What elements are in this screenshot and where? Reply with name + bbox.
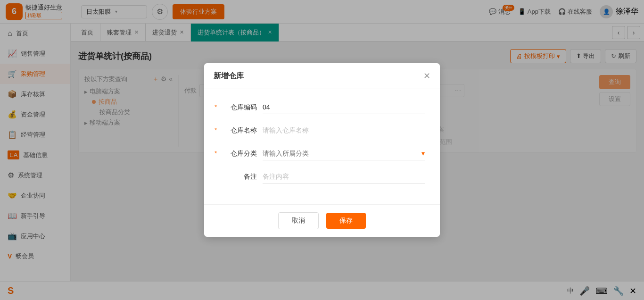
warehouse-code-row: 仓库编码: [219, 100, 425, 114]
warehouse-name-input[interactable]: [263, 124, 425, 137]
warehouse-code-label: 仓库编码: [219, 103, 257, 112]
warehouse-note-input[interactable]: [263, 170, 425, 183]
modal-footer: 取消 保存: [204, 204, 440, 237]
modal-close-button[interactable]: ✕: [423, 71, 430, 81]
category-input[interactable]: [263, 147, 421, 160]
warehouse-name-label: 仓库名称: [219, 126, 257, 135]
cancel-button[interactable]: 取消: [278, 212, 319, 229]
add-warehouse-modal: 新增仓库 ✕ 仓库编码 仓库名称 仓库分类 ▾: [204, 63, 440, 237]
warehouse-category-select[interactable]: ▾: [263, 147, 425, 160]
warehouse-code-input[interactable]: [263, 100, 425, 114]
warehouse-category-row: 仓库分类 ▾: [219, 147, 425, 160]
save-button[interactable]: 保存: [326, 213, 366, 229]
modal-body: 仓库编码 仓库名称 仓库分类 ▾ 备注: [204, 89, 440, 204]
warehouse-note-row: 备注: [219, 170, 425, 183]
modal-overlay: 新增仓库 ✕ 仓库编码 仓库名称 仓库分类 ▾: [0, 0, 644, 300]
warehouse-note-label: 备注: [219, 173, 257, 181]
warehouse-name-row: 仓库名称: [219, 124, 425, 137]
warehouse-category-label: 仓库分类: [219, 150, 257, 158]
modal-title: 新增仓库: [214, 71, 244, 81]
chevron-down-icon: ▾: [421, 150, 425, 157]
modal-header: 新增仓库 ✕: [204, 63, 440, 89]
